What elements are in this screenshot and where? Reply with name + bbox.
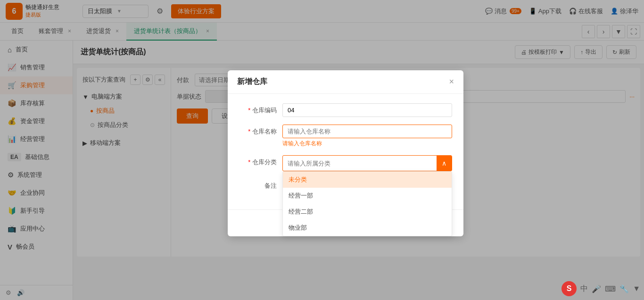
system-tray-icon[interactable]: 🔧 bbox=[619, 284, 629, 293]
category-dropdown-arrow[interactable]: ∧ bbox=[437, 156, 452, 171]
category-dropdown-list: 未分类 经营一部 经营二部 物业部 bbox=[282, 171, 452, 236]
modal-body: 仓库编码 仓库名称 请输入仓库名称 仓库分类 ∧ 未分类 bbox=[228, 94, 463, 209]
category-input[interactable] bbox=[283, 157, 437, 170]
field-row-category: 仓库分类 ∧ 未分类 经营一部 经营二部 物业部 bbox=[239, 155, 452, 171]
name-label: 仓库名称 bbox=[239, 125, 277, 136]
modal-dialog: 新增仓库 × 仓库编码 仓库名称 请输入仓库名称 仓库分类 ∧ bbox=[228, 70, 463, 236]
task-bar-icon[interactable]: ▼ bbox=[633, 284, 640, 293]
category-label: 仓库分类 bbox=[239, 155, 277, 167]
name-error-msg: 请输入仓库名称 bbox=[282, 140, 452, 148]
name-input[interactable] bbox=[282, 125, 452, 138]
category-dropdown-row: ∧ bbox=[282, 155, 452, 171]
field-row-name: 仓库名称 请输入仓库名称 bbox=[239, 125, 452, 148]
modal-close-button[interactable]: × bbox=[449, 77, 454, 87]
mic-icon[interactable]: 🎤 bbox=[592, 284, 601, 293]
modal-header: 新增仓库 × bbox=[228, 70, 463, 94]
modal-title: 新增仓库 bbox=[237, 77, 267, 87]
bottom-right-area: S 中 🎤 ⌨ 🔧 ▼ bbox=[561, 281, 640, 296]
bottom-right-icons: S 中 🎤 ⌨ 🔧 ▼ bbox=[561, 281, 640, 296]
dropdown-item-property[interactable]: 物业部 bbox=[283, 220, 452, 236]
field-row-code: 仓库编码 bbox=[239, 103, 452, 117]
code-label: 仓库编码 bbox=[239, 103, 277, 115]
keyboard-icon[interactable]: ⌨ bbox=[605, 284, 616, 293]
s-logo-icon: S bbox=[561, 281, 577, 296]
code-input[interactable] bbox=[282, 103, 452, 117]
note-label: 备注 bbox=[239, 179, 277, 190]
dropdown-item-ops2[interactable]: 经营二部 bbox=[283, 204, 452, 220]
dropdown-item-unclassified[interactable]: 未分类 bbox=[283, 172, 452, 188]
dropdown-item-ops1[interactable]: 经营一部 bbox=[283, 188, 452, 204]
chinese-input-icon[interactable]: 中 bbox=[580, 284, 588, 294]
name-input-wrap: 请输入仓库名称 bbox=[282, 125, 452, 148]
category-input-wrap: ∧ 未分类 经营一部 经营二部 物业部 bbox=[282, 155, 452, 171]
code-input-wrap bbox=[282, 103, 452, 117]
